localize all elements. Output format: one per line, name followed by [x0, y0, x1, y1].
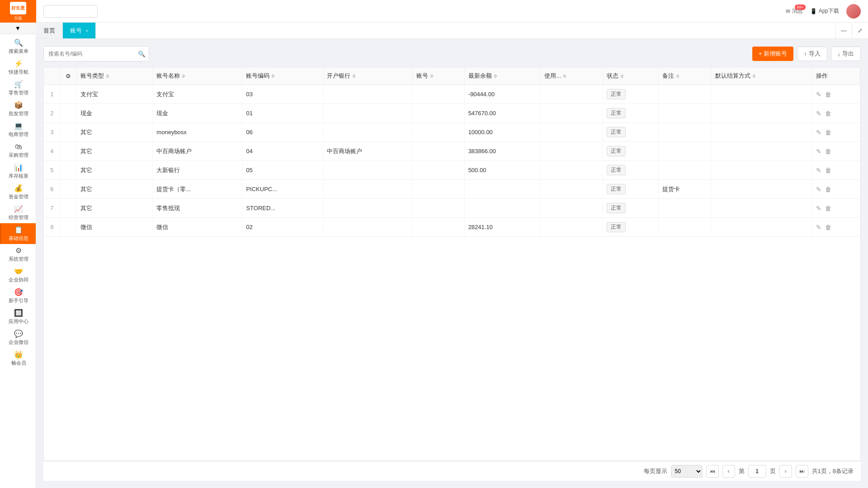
tab-close-icon[interactable]: ×	[85, 28, 88, 33]
edit-icon[interactable]: ✎	[816, 148, 821, 155]
delete-icon[interactable]: 🗑	[825, 129, 831, 136]
add-account-label: + 新增账号	[759, 50, 787, 58]
cell-settings	[60, 104, 76, 123]
cell-account	[412, 180, 464, 199]
edit-icon[interactable]: ✎	[816, 224, 821, 231]
delete-icon[interactable]: 🗑	[825, 224, 831, 231]
col-type[interactable]: 账号类型	[76, 67, 153, 85]
sidebar-dropdown[interactable]: ▼	[0, 23, 36, 34]
sidebar-item-零售管理[interactable]: 🛒 零售管理	[0, 78, 36, 99]
sidebar-item-企业协同[interactable]: 🤝 企业协同	[0, 265, 36, 286]
sidebar-item-系统管理[interactable]: ⚙ 系统管理	[0, 244, 36, 265]
messages-button[interactable]: ✉ 消息 99+	[786, 7, 803, 15]
delete-icon[interactable]: 🗑	[825, 110, 831, 117]
cell-index: 6	[44, 180, 60, 199]
status-badge: 正常	[607, 89, 626, 99]
app-download-button[interactable]: 📱 App下载	[810, 7, 839, 15]
cell-default-payment	[711, 85, 812, 104]
cell-bank: 中百商场账户	[323, 142, 412, 161]
col-status[interactable]: 状态	[603, 67, 658, 85]
sidebar-item-应用中心[interactable]: 🔲 应用中心	[0, 306, 36, 327]
col-default-payment[interactable]: 默认结算方式	[711, 67, 812, 85]
delete-icon[interactable]: 🗑	[825, 148, 831, 155]
sidebar-item-畅会员[interactable]: 👑 畅会员	[0, 348, 36, 369]
sidebar-item-电商管理[interactable]: 💻 电商管理	[0, 119, 36, 140]
cell-type: 其它	[76, 161, 153, 180]
download-icon: 📱	[810, 8, 817, 14]
action-icons: ✎ 🗑	[816, 205, 856, 212]
sidebar-icon: 📊	[14, 163, 23, 172]
sidebar-item-采购管理[interactable]: 🛍 采购管理	[0, 140, 36, 161]
sidebar: 好生意 乐版 ▼ 🔍 搜索菜单 ⚡ 快捷导航 🛒 零售管理 📦 批发管理 💻 电…	[0, 0, 36, 488]
avatar[interactable]	[846, 4, 861, 19]
tab-bar: 首页 账号 × — ⤢	[36, 23, 868, 39]
sidebar-label: 系统管理	[9, 256, 28, 263]
delete-icon[interactable]: 🗑	[825, 167, 831, 174]
import-button[interactable]: ↑ 导入	[797, 47, 827, 61]
page-first-button[interactable]: ⏮	[706, 465, 719, 478]
sidebar-label: 企业协同	[9, 277, 28, 283]
search-input[interactable]	[44, 47, 134, 61]
sidebar-item-基础信息[interactable]: 📋 基础信息	[0, 223, 36, 244]
tab-home[interactable]: 首页	[36, 23, 63, 38]
col-settings[interactable]: ⚙	[60, 67, 76, 85]
edit-icon[interactable]: ✎	[816, 186, 821, 193]
add-account-button[interactable]: + 新增账号	[752, 47, 793, 61]
edit-icon[interactable]: ✎	[816, 129, 821, 136]
cell-type: 支付宝	[76, 85, 153, 104]
cell-status: 正常	[603, 161, 658, 180]
page-prev-button[interactable]: ‹	[722, 465, 735, 478]
page-size-select[interactable]: 50 20 100	[671, 465, 703, 478]
tab-minimize-button[interactable]: —	[835, 23, 852, 39]
cell-account	[412, 142, 464, 161]
header-right: ✉ 消息 99+ 📱 App下载	[786, 4, 861, 19]
delete-icon[interactable]: 🗑	[825, 91, 831, 98]
col-account[interactable]: 账号	[412, 67, 464, 85]
maximize-icon: ⤢	[858, 27, 863, 34]
sidebar-item-库存核算[interactable]: 📊 库存核算	[0, 161, 36, 182]
page-number-input[interactable]	[748, 465, 766, 478]
cell-balance: 383866.00	[464, 142, 541, 161]
edit-icon[interactable]: ✎	[816, 91, 821, 98]
col-remark[interactable]: 备注	[658, 67, 711, 85]
action-icons: ✎ 🗑	[816, 129, 856, 136]
cell-default-payment	[711, 161, 812, 180]
export-button[interactable]: ↓ 导出	[831, 47, 861, 61]
search-button[interactable]: 🔍	[134, 47, 149, 61]
cell-default-payment	[711, 142, 812, 161]
cell-status: 正常	[603, 123, 658, 142]
col-code[interactable]: 账号编码	[242, 67, 323, 85]
cell-settings	[60, 199, 76, 218]
header-search-input[interactable]	[43, 5, 98, 18]
sidebar-label: 批发管理	[9, 110, 28, 117]
col-bank[interactable]: 开户银行	[323, 67, 412, 85]
col-status-label: 状态	[607, 72, 618, 80]
sidebar-item-经营管理[interactable]: 📈 经营管理	[0, 202, 36, 223]
sidebar-item-资金管理[interactable]: 💰 资金管理	[0, 182, 36, 202]
delete-icon[interactable]: 🗑	[825, 186, 831, 193]
tab-maximize-button[interactable]: ⤢	[852, 23, 868, 39]
sidebar-icon: 🛒	[14, 80, 23, 89]
col-balance[interactable]: 最新余额	[464, 67, 541, 85]
sidebar-item-新手引导[interactable]: 🎯 新手引导	[0, 286, 36, 306]
import-icon: ↑	[804, 51, 807, 57]
sidebar-item-批发管理[interactable]: 📦 批发管理	[0, 99, 36, 119]
col-name[interactable]: 账号名称	[153, 67, 242, 85]
tab-account[interactable]: 账号 ×	[63, 23, 96, 38]
sidebar-item-搜索菜单[interactable]: 🔍 搜索菜单	[0, 36, 36, 57]
page-last-button[interactable]: ⏭	[796, 465, 808, 478]
edit-icon[interactable]: ✎	[816, 167, 821, 174]
col-bank-label: 开户银行	[327, 72, 350, 80]
page-next-button[interactable]: ›	[779, 465, 792, 478]
delete-icon[interactable]: 🗑	[825, 205, 831, 212]
edit-icon[interactable]: ✎	[816, 205, 821, 212]
cell-code: 02	[242, 218, 323, 237]
col-usage[interactable]: 使用...	[541, 67, 603, 85]
sort-bank-icon	[352, 74, 356, 78]
sidebar-item-快捷导航[interactable]: ⚡ 快捷导航	[0, 57, 36, 78]
search-icon: 🔍	[138, 51, 146, 57]
cell-settings	[60, 218, 76, 237]
action-icons: ✎ 🗑	[816, 110, 856, 117]
edit-icon[interactable]: ✎	[816, 110, 821, 117]
sidebar-item-企业微信[interactable]: 💬 企业微信	[0, 327, 36, 348]
